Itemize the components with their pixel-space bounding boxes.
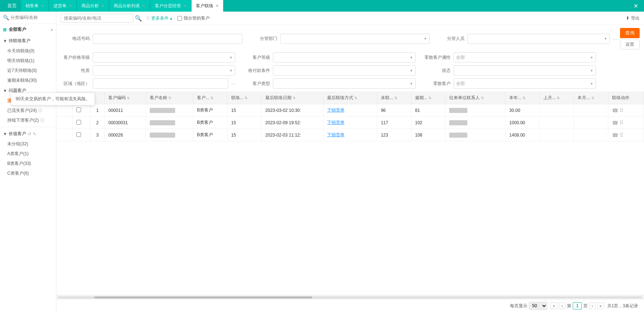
price-level-label: 客户价格等级 xyxy=(61,54,90,61)
sidebar-item-churned[interactable]: 已流失客户(24) ⓘ xyxy=(0,106,56,116)
close-tab-analysis[interactable]: ✕ xyxy=(101,4,104,8)
person-dots[interactable]: ··· xyxy=(613,36,617,42)
action-more-1[interactable]: ⠿ xyxy=(620,120,623,126)
col-this-year[interactable]: 本年... ⇅ xyxy=(506,92,540,104)
tab-customer-layer[interactable]: 客户分层经营 ✕ xyxy=(150,0,191,12)
sidebar-all-customers-header[interactable]: ⊞ 全部客户 « xyxy=(0,24,56,36)
horizontal-scrollbar[interactable] xyxy=(56,295,644,299)
edit-icon-value[interactable]: ✎ xyxy=(33,131,36,137)
last-page-button[interactable]: » xyxy=(597,303,604,309)
col-overdue[interactable]: 逾期... ⇅ xyxy=(411,92,446,104)
filter-panel: 电话号码 分管部门 ▼ 分管人员 ▼ ··· xyxy=(56,25,644,92)
col-contact[interactable]: 联络... ⇅ xyxy=(227,92,261,104)
my-customers-checkbox-label[interactable]: 我分管的客户 xyxy=(177,15,210,21)
action-more-0[interactable]: ⠿ xyxy=(620,108,623,113)
close-tab-customer-layer[interactable]: ✕ xyxy=(183,4,186,8)
col-name[interactable]: 客户名称 ⇅ xyxy=(146,92,193,104)
close-tab-purchase[interactable]: ✕ xyxy=(69,4,72,8)
all-customers-label: 全部客户 xyxy=(9,27,26,33)
sidebar-search-input[interactable] xyxy=(11,15,56,20)
sidebar-item-ungrouped[interactable]: 未分组(32) xyxy=(0,139,56,149)
row-checkbox-0[interactable] xyxy=(76,108,81,112)
col-last-contact-method[interactable]: 最后联络方式 ⇅ xyxy=(323,92,377,104)
sidebar-item-c-class[interactable]: C类客户(6) xyxy=(0,169,56,178)
row-last-month-1 xyxy=(540,117,574,129)
sidebar-item-a-class[interactable]: A类客户(1) xyxy=(0,149,56,159)
row-last-method-2[interactable]: 下销货单 xyxy=(323,129,377,141)
price-level-select[interactable]: ▼ xyxy=(93,52,235,62)
tab-purchase[interactable]: 进货单 ✕ xyxy=(49,0,76,12)
page-size-select[interactable]: 50 100 200 xyxy=(529,302,547,310)
col-last-contact-date[interactable]: 最后联络日期 ⇅ xyxy=(262,92,323,104)
scrollbar-thumb[interactable] xyxy=(94,296,312,299)
close-tab-customer-contact[interactable]: ✕ xyxy=(216,4,219,8)
col-code[interactable]: 客户编码 ⇅ xyxy=(105,92,146,104)
more-conditions-button[interactable]: ▽ 更多条件 ▲ xyxy=(146,15,173,21)
sidebar-group-pending[interactable]: ▼ 待联络客户 xyxy=(0,36,56,46)
customer-level-select[interactable]: ▼ xyxy=(273,52,415,62)
sidebar-item-7days[interactable]: 近7天待联络(0) xyxy=(0,66,56,76)
area-select[interactable] xyxy=(93,78,228,89)
sidebar-item-b-class[interactable]: B类客户(33) xyxy=(0,159,56,169)
dept-select[interactable]: ▼ xyxy=(280,34,430,44)
settings-button[interactable]: 设置 xyxy=(620,40,640,49)
sidebar-group-value[interactable]: ▼ 价值客户 ↺ ✎ xyxy=(0,129,56,139)
row-checkbox-1[interactable] xyxy=(76,120,81,125)
row-last-method-1[interactable]: 下销货单 xyxy=(323,117,377,129)
col-last-month[interactable]: 上月... ⇅ xyxy=(540,92,574,104)
search-input[interactable] xyxy=(61,14,133,23)
tab-analysis[interactable]: 商品分析 ✕ xyxy=(77,0,109,12)
table-row: 3 000026 B类客户 15 2023-02-03 11:12: 下销货单 … xyxy=(56,129,644,141)
filter-nature: 性质 ▼ xyxy=(61,65,235,76)
next-page-button[interactable]: › xyxy=(589,303,596,309)
tab-customer-contact[interactable]: 客户联络 ✕ xyxy=(192,0,223,12)
query-button[interactable]: 查询 xyxy=(620,28,640,38)
action-more-2[interactable]: ⠿ xyxy=(620,132,623,138)
first-page-button[interactable]: « xyxy=(550,303,558,309)
payment-select[interactable]: ▼ xyxy=(273,65,415,76)
phone-input[interactable] xyxy=(93,34,242,44)
collapse-icon[interactable]: « xyxy=(51,27,53,32)
action-phone-1[interactable]: ☎ xyxy=(612,120,618,126)
scrollbar-track xyxy=(58,296,643,299)
row-this-year-0: 30.00 xyxy=(506,104,540,117)
sidebar-item-declining[interactable]: 持续下滑客户(2) ⓘ xyxy=(0,116,56,125)
refresh-icon-value[interactable]: ↺ xyxy=(28,131,31,137)
pagination: « ‹ 第 1 页 › » xyxy=(550,302,604,309)
col-uncontacted[interactable]: 未联... ⇅ xyxy=(377,92,411,104)
row-actions-2: ☎ ⠿ xyxy=(608,129,644,141)
area-dots[interactable]: ··· xyxy=(231,81,236,86)
prev-page-button[interactable]: ‹ xyxy=(559,303,565,309)
tab-sales[interactable]: 销售单 ✕ xyxy=(21,0,48,12)
zero-attr-select[interactable]: 全部 ▼ xyxy=(454,52,596,62)
row-name-2[interactable] xyxy=(146,129,193,141)
close-tab-analysis-list[interactable]: ✕ xyxy=(142,4,145,8)
col-unit-contact[interactable]: 往来单位联系人 ⇅ xyxy=(446,92,506,104)
sidebar-item-today[interactable]: 今天待联络(0) xyxy=(0,46,56,56)
close-tab-sales[interactable]: ✕ xyxy=(41,4,44,8)
customer-type-select[interactable]: ▼ xyxy=(273,78,415,89)
status-select[interactable]: ▼ xyxy=(454,65,596,76)
nature-select[interactable]: ▼ xyxy=(93,65,235,76)
person-select[interactable]: ▼ xyxy=(467,34,610,44)
grid-icon: ⊞ xyxy=(3,27,7,32)
export-button[interactable]: ⬆ 导出 xyxy=(626,15,640,21)
col-type[interactable]: 客户... ⇅ xyxy=(193,92,227,104)
row-code-0: 000011 xyxy=(105,104,146,117)
window-close-button[interactable]: ✕ xyxy=(631,3,641,9)
search-button[interactable]: 🔍 xyxy=(135,15,142,22)
zero-customer-select[interactable]: 全部 ▼ xyxy=(454,78,596,89)
my-customers-checkbox[interactable] xyxy=(177,16,182,21)
action-phone-0[interactable]: ☎ xyxy=(612,108,618,113)
row-name-1[interactable] xyxy=(146,117,193,129)
sidebar-item-overdue[interactable]: 逾期未联络(30) xyxy=(0,76,56,85)
tab-home[interactable]: 首页 xyxy=(3,0,21,12)
sidebar-item-tomorrow[interactable]: 明天待联络(1) xyxy=(0,56,56,66)
col-this-month[interactable]: 本月... ⇅ xyxy=(574,92,608,104)
page-size-selector: 每页显示 50 100 200 xyxy=(510,302,547,310)
row-name-0[interactable] xyxy=(146,104,193,117)
row-checkbox-2[interactable] xyxy=(76,132,81,137)
row-last-method-0[interactable]: 下销货单 xyxy=(323,104,377,117)
tab-analysis-list[interactable]: 商品分析列表 ✕ xyxy=(109,0,150,12)
action-phone-2[interactable]: ☎ xyxy=(612,132,618,138)
